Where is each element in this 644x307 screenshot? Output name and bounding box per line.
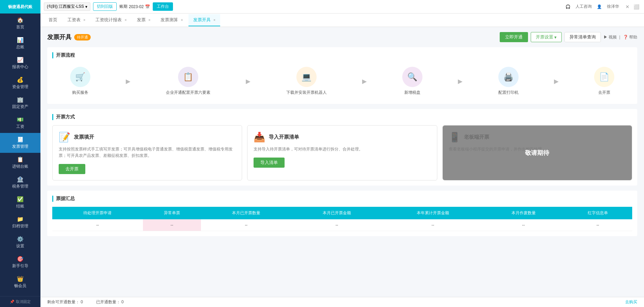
view-label[interactable]: 视频 bbox=[609, 35, 617, 39]
method-card-manual: 📝 发票填开 支持按照发票样式手工填写开发票；可开具增值税电子普通发票、增值税普… bbox=[52, 125, 242, 180]
status-badge: 待开通 bbox=[74, 34, 91, 40]
summary-col-header-4: 本年累计开票金额 bbox=[382, 207, 484, 219]
sidebar-item-报表中心[interactable]: 📈 报表中心 bbox=[0, 53, 40, 73]
tab-close-5[interactable]: × bbox=[213, 18, 215, 22]
method-cards: 📝 发票填开 支持按照发票样式手工填写开发票；可开具增值税电子普通发票、增值税普… bbox=[52, 125, 632, 180]
method-header-0: 📝 发票填开 bbox=[59, 132, 236, 143]
bottom-bar: 剩余可开通数量： 0 已开通数量： 0 去购买 bbox=[40, 297, 644, 307]
tab-发票开具[interactable]: 发票开具× bbox=[188, 14, 220, 26]
header-actions: 立即开通 开票设置 ▾ 异常清单查询 ▶ 视频 ｜ ❓ 帮助 bbox=[500, 32, 637, 42]
abnormal-query-button[interactable]: 异常清单查询 bbox=[564, 32, 601, 42]
sidebar-item-归档管理[interactable]: 📁 归档管理 bbox=[0, 213, 40, 232]
company-selector[interactable]: (勾到) 江西服宝-LSS ▾ bbox=[44, 2, 90, 11]
method-header-1: 📥 导入开票清单 bbox=[254, 132, 431, 143]
settings-label: 开票设置 bbox=[536, 34, 553, 40]
flow-circle-4: 🖨️ bbox=[498, 67, 519, 87]
method-title: 开票方式 bbox=[52, 114, 632, 120]
workspace-button[interactable]: 工作台 bbox=[153, 2, 173, 11]
sidebar-label-12: 新手引导 bbox=[12, 263, 28, 269]
username[interactable]: 徐泽华 bbox=[607, 4, 619, 9]
sidebar-label-8: 税务管理 bbox=[12, 184, 28, 189]
customer-service-label[interactable]: 人工咨询 bbox=[576, 4, 592, 9]
flow-label-4: 配置打印机 bbox=[498, 90, 519, 95]
sidebar-icon-10: 📁 bbox=[17, 216, 24, 222]
summary-col-header-2: 本月已开票数量 bbox=[201, 207, 292, 219]
tab-首页[interactable]: 首页 bbox=[44, 14, 62, 26]
sidebar-label-10: 归档管理 bbox=[12, 223, 28, 229]
sidebar-label-4: 固定资产 bbox=[12, 104, 28, 110]
tab-close-3[interactable]: × bbox=[148, 18, 150, 22]
flow-circle-1: 📋 bbox=[178, 67, 198, 87]
sidebar-icon-9: ✅ bbox=[17, 196, 24, 202]
sidebar-bottom[interactable]: 📌 取消固定 bbox=[0, 296, 40, 307]
sidebar-item-固定资产[interactable]: 🏢 固定资产 bbox=[0, 93, 40, 113]
sidebar-icon-2: 📈 bbox=[17, 57, 24, 63]
chevron-down-icon: ▾ bbox=[554, 35, 557, 40]
close-icon[interactable]: ✕ bbox=[624, 3, 631, 10]
remaining-value: 0 bbox=[81, 300, 83, 304]
sidebar-item-总账[interactable]: 📊 总账 bbox=[0, 33, 40, 53]
unpin-label[interactable]: 取消固定 bbox=[16, 300, 31, 304]
flow-label-2: 下载并安装开票机器人 bbox=[286, 90, 327, 95]
flow-step-1: 📋 企业开通配置开票六要素 bbox=[166, 67, 210, 95]
sidebar-item-发票管理[interactable]: 🧾 发票管理 bbox=[0, 133, 40, 153]
sidebar-item-新手引导[interactable]: 🎯 新手引导 bbox=[0, 252, 40, 272]
sidebar-icon-7: 📋 bbox=[17, 156, 24, 163]
tab-发票[interactable]: 发票× bbox=[132, 14, 155, 26]
tab-close-1[interactable]: × bbox=[83, 18, 85, 22]
sidebar-item-首页[interactable]: 🏠 首页 bbox=[0, 13, 40, 33]
sidebar-label-13: 畅会员 bbox=[14, 283, 26, 289]
flow-circle-2: 💻 bbox=[296, 67, 317, 87]
sidebar-label-6: 发票管理 bbox=[12, 144, 28, 149]
method-btn-manual[interactable]: 去开票 bbox=[59, 164, 85, 174]
summary-col-header-6: 红字信息单 bbox=[563, 207, 632, 219]
question-icon: ❓ bbox=[623, 35, 628, 39]
sidebar-icon-5: 💵 bbox=[17, 116, 24, 123]
sidebar-item-工资[interactable]: 💵 工资 bbox=[0, 113, 40, 133]
tab-label-4: 发票测算 bbox=[160, 17, 178, 23]
sidebar-item-税务管理[interactable]: 🏦 税务管理 bbox=[0, 173, 40, 193]
window-controls: ✕ ⬜ bbox=[624, 3, 641, 10]
sidebar: 畅捷通易代账 🏠 首页 📊 总账 📈 报表中心 💰 资金管理 🏢 固定资产 💵 … bbox=[0, 0, 40, 307]
flow-circle-0: 🛒 bbox=[70, 67, 90, 87]
immediate-open-button[interactable]: 立即开通 bbox=[500, 32, 528, 42]
calendar-icon[interactable]: 📅 bbox=[145, 4, 150, 9]
sidebar-item-资金管理[interactable]: 💰 资金管理 bbox=[0, 73, 40, 93]
summary-title: 票据汇总 bbox=[52, 196, 632, 202]
tab-close-2[interactable]: × bbox=[124, 18, 126, 22]
method-btn-import[interactable]: 导入清单 bbox=[254, 158, 285, 168]
tab-发票测算[interactable]: 发票测算× bbox=[156, 14, 187, 26]
method-title-1: 导入开票清单 bbox=[269, 134, 299, 140]
flow-step-0: 🛒 购买服务 bbox=[70, 67, 90, 95]
sidebar-item-结账[interactable]: ✅ 结账 bbox=[0, 193, 40, 213]
restore-icon[interactable]: ⬜ bbox=[632, 3, 641, 10]
tab-label-0: 首页 bbox=[49, 17, 57, 23]
content-area: 发票开具 待开通 立即开通 开票设置 ▾ 异常清单查询 ▶ 视频 ｜ ❓ 帮助 bbox=[40, 27, 644, 297]
summary-cell-0: -- bbox=[52, 219, 143, 231]
summary-col-header-1: 异常单票 bbox=[143, 207, 201, 219]
back-to-old-button[interactable]: 切到旧版 bbox=[93, 2, 117, 11]
view-help: ▶ 视频 ｜ ❓ 帮助 bbox=[604, 34, 637, 40]
sidebar-item-畅会员[interactable]: 👑 畅会员 bbox=[0, 272, 40, 292]
opened-value: 0 bbox=[121, 300, 124, 304]
tab-label-5: 发票开具 bbox=[193, 17, 211, 23]
buy-link[interactable]: 去购买 bbox=[625, 299, 637, 305]
avatar-icon: 👤 bbox=[597, 4, 602, 9]
sidebar-item-设置[interactable]: ⚙️ 设置 bbox=[0, 232, 40, 252]
flow-label-1: 企业开通配置开票六要素 bbox=[166, 90, 210, 95]
tab-工资表[interactable]: 工资表× bbox=[63, 14, 90, 26]
flow-steps: 🛒 购买服务 ▶ 📋 企业开通配置开票六要素 ▶ 💻 下载并安装开票机器人 ▶ … bbox=[52, 63, 632, 99]
sidebar-label-0: 首页 bbox=[16, 24, 24, 30]
method-section: 开票方式 📝 发票填开 支持按照发票样式手工填写开发票；可开具增值税电子普通发票… bbox=[47, 109, 637, 186]
app-logo: 畅捷通易代账 bbox=[0, 0, 40, 13]
ticket-settings-button[interactable]: 开票设置 ▾ bbox=[531, 32, 562, 42]
help-label[interactable]: 帮助 bbox=[629, 35, 637, 39]
tab-close-4[interactable]: × bbox=[181, 18, 183, 22]
sidebar-label-5: 工资 bbox=[16, 124, 24, 130]
summary-cell-3: -- bbox=[292, 219, 382, 231]
flow-circle-5: 📄 bbox=[594, 67, 614, 87]
customer-service-icon: 🎧 bbox=[565, 4, 570, 9]
tab-工资统计报表[interactable]: 工资统计报表× bbox=[91, 14, 131, 26]
sidebar-item-进销台账[interactable]: 📋 进销台账 bbox=[0, 153, 40, 173]
flow-title: 开票流程 bbox=[52, 52, 632, 58]
